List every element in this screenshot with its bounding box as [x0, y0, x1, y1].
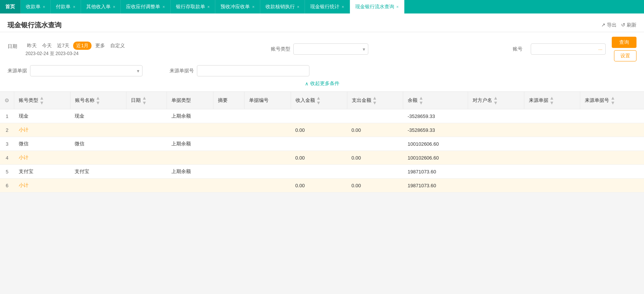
close-icon[interactable]: ×: [396, 4, 399, 9]
close-icon[interactable]: ×: [43, 4, 45, 9]
nav-item-receipt-verify[interactable]: 收款核销执行 ×: [260, 0, 305, 13]
row-income: 0.00: [291, 179, 347, 193]
nav-label: 付款单: [56, 3, 71, 10]
close-icon[interactable]: ×: [162, 4, 165, 9]
row-account-type: 小计: [14, 179, 71, 193]
source-doc-no-label: 来源单据号: [170, 67, 194, 74]
account-type-select[interactable]: [293, 43, 368, 55]
table-body: 1现金现金上期余额-3528659.332小计0.000.00-3528659.…: [0, 109, 644, 193]
row-number: 2: [0, 123, 14, 137]
nav-label: 预收冲应收单: [221, 3, 250, 10]
row-date: [126, 109, 167, 123]
sort-icon: ▲▼: [493, 96, 498, 105]
nav-item-receipt[interactable]: 收款单 ×: [21, 0, 51, 13]
row-income: [291, 109, 347, 123]
shortcut-more[interactable]: 更多: [94, 42, 107, 50]
row-doc-no: [244, 165, 291, 179]
nav-item-bank-deposit[interactable]: 银行存取款单 ×: [171, 0, 215, 13]
source-doc-select[interactable]: [30, 65, 143, 76]
row-source-doc-no: [580, 123, 644, 137]
row-income: [291, 165, 347, 179]
row-expense: [347, 137, 403, 151]
th-doc-type-label: 单据类型: [171, 97, 191, 103]
row-account-name: [70, 179, 126, 193]
shortcut-today[interactable]: 今天: [41, 42, 53, 50]
row-balance: 100102606.60: [403, 137, 468, 151]
shortcut-1month[interactable]: 近1月: [73, 42, 92, 50]
row-doc-type: 上期余额: [167, 165, 213, 179]
row-number: 3: [0, 137, 14, 151]
row-counterpart: [468, 151, 524, 165]
th-doc-no-label: 单据编号: [249, 97, 269, 103]
export-icon: ↗: [601, 22, 605, 28]
close-icon[interactable]: ×: [73, 4, 75, 9]
export-button[interactable]: ↗ 导出: [601, 22, 617, 28]
account-no-dots-button[interactable]: ···: [598, 46, 602, 52]
nav-item-advance-receipt[interactable]: 预收冲应收单 ×: [215, 0, 260, 13]
shortcut-7days[interactable]: 近7天: [56, 42, 71, 50]
row-summary: [213, 151, 244, 165]
row-doc-type: [167, 151, 213, 165]
table-container: ⚙ 账号类型 ▲▼ 账号名称 ▲▼ 日期: [0, 92, 644, 193]
nav-item-other-income[interactable]: 其他收入单 ×: [81, 0, 121, 13]
table-row: 6小计0.000.0019871073.60: [0, 179, 644, 193]
row-summary: [213, 109, 244, 123]
row-counterpart: [468, 165, 524, 179]
row-number: 6: [0, 179, 14, 193]
row-summary: [213, 137, 244, 151]
filter-row-1: 日期 昨天 今天 近7天 近1月 更多 自定义 2023-02-24 至 202…: [8, 37, 636, 61]
sort-icon: ▲▼: [419, 96, 423, 105]
th-balance-label: 余额: [408, 97, 417, 104]
th-account-name-label: 账号名称: [75, 97, 95, 104]
row-account-name: [70, 123, 126, 137]
account-type-label: 账号类型: [271, 46, 290, 52]
header-actions: ↗ 导出 ↺ 刷新: [601, 22, 636, 28]
close-icon[interactable]: ×: [342, 4, 344, 9]
shortcut-custom[interactable]: 自定义: [109, 42, 126, 50]
th-account-type-label: 账号类型: [19, 97, 38, 104]
date-label: 日期: [8, 43, 23, 50]
row-doc-type: 上期余额: [167, 137, 213, 151]
shortcut-yesterday[interactable]: 昨天: [26, 42, 38, 50]
nav-item-cash-bank-flow[interactable]: 现金银行流水查询 ×: [350, 0, 404, 13]
th-summary-label: 摘要: [218, 97, 228, 103]
page-header: 现金银行流水查询 ↗ 导出 ↺ 刷新: [0, 13, 644, 32]
collapse-label: 收起更多条件: [310, 80, 339, 87]
row-source-doc: [524, 109, 580, 123]
column-settings-icon[interactable]: ⚙: [5, 97, 9, 103]
query-button[interactable]: 查询: [612, 37, 636, 48]
th-date-label: 日期: [131, 97, 141, 104]
nav-label: 收款单: [26, 3, 41, 10]
row-source-doc: [524, 151, 580, 165]
nav-item-payment[interactable]: 付款单 ×: [51, 0, 81, 13]
close-icon[interactable]: ×: [297, 4, 299, 9]
nav-label: 应收应付调整单: [126, 3, 160, 10]
nav-label: 现金银行流水查询: [355, 3, 394, 10]
th-income: 收入金额 ▲▼: [291, 92, 347, 109]
row-date: [126, 179, 167, 193]
row-doc-no: [244, 179, 291, 193]
close-icon[interactable]: ×: [113, 4, 115, 9]
nav-label: 银行存取款单: [176, 3, 205, 10]
collapse-bar[interactable]: ∧ 收起更多条件: [8, 80, 636, 87]
nav-item-ar-ap-adjust[interactable]: 应收应付调整单 ×: [121, 0, 170, 13]
nav-item-home[interactable]: 首页: [0, 0, 21, 13]
refresh-button[interactable]: ↺ 刷新: [621, 22, 636, 28]
date-shortcuts-container: 昨天 今天 近7天 近1月 更多 自定义 2023-02-24 至 2023-0…: [26, 42, 126, 57]
nav-item-cash-bank-stat[interactable]: 现金银行统计 ×: [305, 0, 350, 13]
row-expense: [347, 109, 403, 123]
account-type-field: 账号类型 ▾: [271, 43, 368, 55]
row-expense: 0.00: [347, 151, 403, 165]
source-doc-no-input[interactable]: [197, 65, 309, 76]
collapse-up-icon: ∧: [305, 81, 309, 87]
th-account-name: 账号名称 ▲▼: [70, 92, 126, 109]
row-doc-type: [167, 179, 213, 193]
settings-button[interactable]: 设置: [614, 50, 636, 61]
th-source-doc: 来源单据 ▲▼: [524, 92, 580, 109]
th-source-doc-no: 来源单据号 ▲▼: [580, 92, 644, 109]
close-icon[interactable]: ×: [252, 4, 254, 9]
row-account-name: 支付宝: [70, 165, 126, 179]
row-source-doc: [524, 165, 580, 179]
row-account-type: 小计: [14, 151, 71, 165]
close-icon[interactable]: ×: [207, 4, 210, 9]
